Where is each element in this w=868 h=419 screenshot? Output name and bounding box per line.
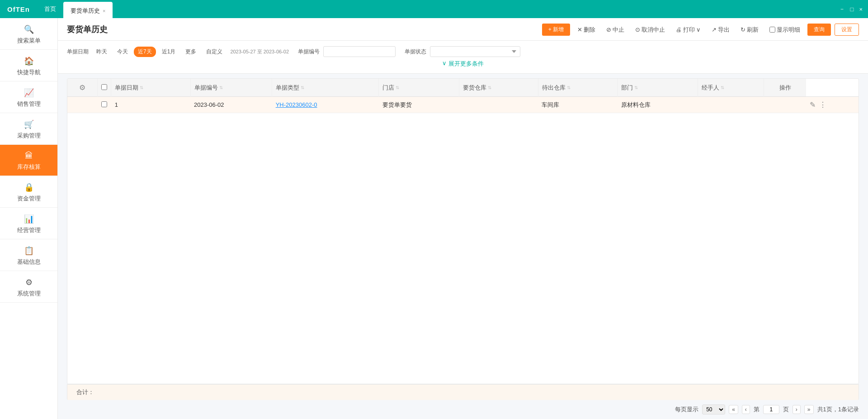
sort-doc-type-icon: ⇅ [301,85,304,90]
delete-button[interactable]: ✕ 删除 [574,24,599,36]
date-btn-1month[interactable]: 近1月 [158,47,180,57]
finance-icon: 🔒 [24,182,34,192]
next-page-btn[interactable]: › [793,405,801,414]
th-store[interactable]: 门店 ⇅ [379,79,459,97]
filter-area: 单据日期 昨天 今天 近7天 近1月 更多 自定义 2023-05-27 至 2… [58,41,868,74]
column-settings-icon[interactable]: ⚙ [79,84,85,91]
th-checkbox [98,79,111,97]
top-bar-right: － □ × [839,5,868,13]
row-doc-type: 要货单要货 [379,97,459,113]
th-settings: ⚙ [67,79,98,97]
row-edit-icon[interactable]: ✎ [810,100,816,109]
th-handler[interactable]: 经手人 ⇅ [698,79,764,97]
sidebar-item-basic-info[interactable]: 📋 基础信息 [0,239,57,271]
stop-icon: ⊘ [606,26,611,33]
new-button[interactable]: + 新增 [542,24,570,36]
sort-handler-icon: ⇅ [721,85,724,90]
tab-requisition-history[interactable]: 要货单历史 × [63,2,113,20]
th-doc-type[interactable]: 单据类型 ⇅ [272,79,379,97]
date-btn-more[interactable]: 更多 [181,47,200,57]
sidebar-item-finance-mgmt[interactable]: 🔒 资金管理 [0,176,57,208]
sort-department-icon: ⇅ [634,85,638,90]
th-req-warehouse[interactable]: 要货仓库 ⇅ [459,79,538,97]
close-window-icon[interactable]: × [859,6,863,13]
sidebar-item-quick-nav[interactable]: 🏠 快捷导航 [0,50,57,81]
sidebar-item-search-menu[interactable]: 🔍 搜索菜单 [0,18,57,50]
stop-button[interactable]: ⊘ 中止 [603,24,628,36]
tab-home[interactable]: 首页 [37,0,63,18]
purchase-icon: 🛒 [24,119,34,129]
prev-page-btn[interactable]: ‹ [742,405,750,414]
th-pending-warehouse[interactable]: 待出仓库 ⇅ [538,79,617,97]
row-checkbox[interactable] [101,101,107,107]
export-icon: ↗ [712,26,717,33]
expand-icon: ∨ [442,60,447,68]
date-btn-custom[interactable]: 自定义 [202,47,226,57]
th-department[interactable]: 部门 ⇅ [618,79,698,97]
sidebar-item-sales-mgmt[interactable]: 📈 销售管理 [0,81,57,113]
sort-store-icon: ⇅ [396,85,399,90]
sidebar-item-inventory[interactable]: 🏛 库存核算 [0,145,57,176]
date-btn-yesterday[interactable]: 昨天 [92,47,111,57]
select-all-checkbox[interactable] [101,84,107,90]
sales-icon: 📈 [24,88,34,98]
print-button[interactable]: 🖨 打印 ∨ [672,24,704,36]
sidebar-item-operations-mgmt[interactable]: 📊 经营管理 [0,208,57,239]
tab-bar: 首页 要货单历史 × [37,0,113,18]
table-footer: 合计： [67,384,859,400]
pagination-bar: 每页显示 50 20 100 « ‹ 第 页 › » 共1页，1条记录 [58,400,868,419]
main-layout: 🔍 搜索菜单 🏠 快捷导航 📈 销售管理 🛒 采购管理 🏛 库存核算 🔒 资金管… [0,18,868,419]
page-label: 第 [754,405,760,414]
th-doc-date[interactable]: 单据日期 ⇅ [111,79,190,97]
per-page-select[interactable]: 50 20 100 [702,405,725,414]
sidebar-item-purchase-mgmt[interactable]: 🛒 采购管理 [0,113,57,145]
doc-number-input[interactable] [323,46,396,57]
tab-close-icon[interactable]: × [103,8,105,14]
row-more-icon[interactable]: ⋮ [819,100,826,109]
sort-pending-warehouse-icon: ⇅ [567,85,571,90]
maximize-icon[interactable]: □ [850,6,854,13]
sort-doc-number-icon: ⇅ [219,85,223,90]
total-label: 共1页，1条记录 [817,405,859,414]
doc-number-filter-group: 单据编号 [298,46,396,57]
brand-logo: OfTEn [0,5,37,13]
doc-number-label: 单据编号 [298,48,320,56]
row-handler [764,97,806,113]
show-detail-checkbox-area[interactable]: 显示明细 [766,24,804,36]
print-chevron-icon: ∨ [696,26,701,33]
show-detail-checkbox[interactable] [769,27,775,33]
status-label: 单据状态 [405,48,426,56]
inventory-icon: 🏛 [25,151,33,161]
sort-doc-date-icon: ⇅ [140,85,143,90]
cancel-stop-button[interactable]: ⊙ 取消中止 [632,24,669,36]
refresh-button[interactable]: ↻ 刷新 [737,24,762,36]
basic-info-icon: 📋 [24,246,34,256]
last-page-btn[interactable]: » [804,405,814,414]
first-page-btn[interactable]: « [729,405,738,414]
row-actions-cell: ✎ ⋮ [806,97,859,113]
export-button[interactable]: ↗ 导出 [708,24,733,36]
doc-number-link[interactable]: YH-20230602-0 [276,101,317,108]
settings-button[interactable]: 设置 [835,24,859,36]
delete-icon: ✕ [577,26,582,33]
th-doc-number[interactable]: 单据编号 ⇅ [190,79,272,97]
sort-req-warehouse-icon: ⇅ [488,85,491,90]
th-actions: 操作 [764,79,806,97]
row-seq: 1 [111,97,190,113]
toolbar: + 新增 ✕ 删除 ⊘ 中止 ⊙ 取消中止 🖨 打印 [542,24,859,40]
row-settings-cell [67,97,98,113]
top-bar: OfTEn 首页 要货单历史 × － □ × [0,0,868,18]
expand-filter-btn[interactable]: ∨ 展开更多条件 [67,57,859,68]
page-number-input[interactable] [763,405,779,414]
print-icon: 🖨 [676,26,682,33]
row-req-warehouse: 车间库 [538,97,617,113]
minimize-icon[interactable]: － [839,5,845,13]
date-btn-7days[interactable]: 近7天 [134,47,156,57]
sidebar-item-system-mgmt[interactable]: ⚙ 系统管理 [0,271,57,303]
status-select[interactable] [430,46,520,57]
content-area: 要货单历史 + 新增 ✕ 删除 ⊘ 中止 ⊙ 取消中止 [58,18,868,419]
data-table: ⚙ 单据日期 ⇅ 单据编号 [67,79,859,113]
date-btn-today[interactable]: 今天 [113,47,132,57]
operations-icon: 📊 [24,214,34,224]
query-button[interactable]: 查询 [807,24,831,36]
